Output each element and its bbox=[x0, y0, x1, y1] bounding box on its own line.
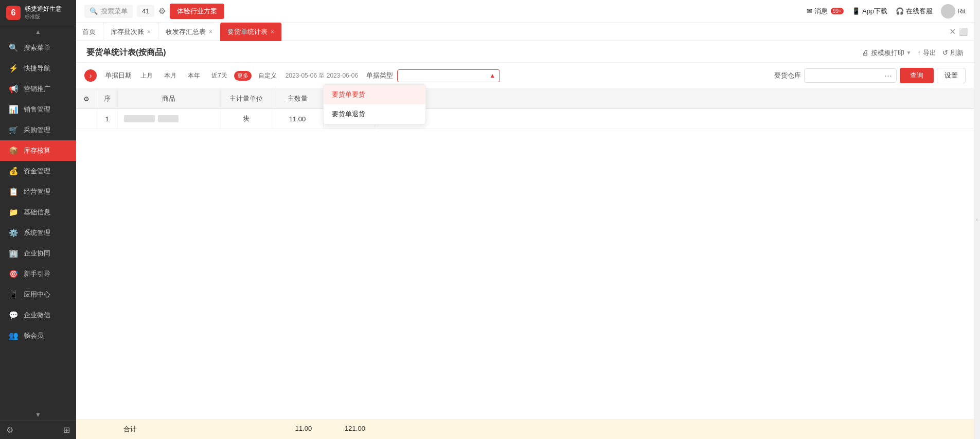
sidebar-item-system[interactable]: ⚙️ 系统管理 bbox=[0, 223, 76, 243]
warehouse-more-icon[interactable]: ··· bbox=[884, 71, 892, 80]
user-avatar bbox=[941, 4, 955, 19]
date-btn-this-month[interactable]: 本月 bbox=[159, 69, 181, 82]
sidebar-item-operation[interactable]: 📋 经营管理 bbox=[0, 181, 76, 202]
sidebar-item-base[interactable]: 📁 基础信息 bbox=[0, 202, 76, 223]
tab-batch-close[interactable]: × bbox=[147, 29, 151, 35]
search-menu[interactable]: 🔍 搜索菜单 bbox=[84, 5, 133, 18]
refresh-button[interactable]: ↺ 刷新 bbox=[942, 48, 964, 58]
date-btn-this-year[interactable]: 本年 bbox=[183, 69, 205, 82]
sidebar-scroll-down[interactable]: ▼ bbox=[0, 409, 76, 420]
tab-requisition-close[interactable]: × bbox=[271, 29, 274, 35]
app-download-button[interactable]: 📱 App下载 bbox=[852, 7, 887, 16]
sidebar-item-quicknav[interactable]: ⚡ 快捷导航 bbox=[0, 58, 76, 79]
tab-collection[interactable]: 收发存汇总表 × bbox=[158, 23, 220, 41]
dropdown-item-requisition-order[interactable]: 要货单要货 bbox=[324, 85, 425, 104]
sidebar-item-member[interactable]: 👥 畅会员 bbox=[0, 325, 76, 346]
col-quantity: 主数量 bbox=[272, 89, 323, 109]
sidebar-item-label: 经营管理 bbox=[24, 187, 50, 196]
dropdown-item-requisition-return[interactable]: 要货单退货 bbox=[324, 104, 425, 124]
sidebar-item-purchase[interactable]: 🛒 采购管理 bbox=[0, 120, 76, 140]
refresh-icon: ↺ bbox=[942, 49, 948, 57]
sidebar: 6 畅捷通好生意 标准版 ▲ 🔍 搜索菜单 ⚡ 快捷导航 📢 营销推广 📊 销售… bbox=[0, 0, 76, 439]
sidebar-item-inventory[interactable]: 📦 库存核算 bbox=[0, 140, 76, 161]
tab-home-label: 首页 bbox=[82, 27, 96, 36]
date-btn-7days[interactable]: 近7天 bbox=[207, 69, 232, 82]
col-settings[interactable]: ⚙ bbox=[76, 89, 97, 109]
topbar: 🔍 搜索菜单 41 ⚙ 体验行业方案 ✉ 消息 99+ 📱 App下载 🎧 在线… bbox=[76, 0, 974, 23]
topbar-left: 🔍 搜索菜单 41 ⚙ 体验行业方案 bbox=[84, 4, 224, 19]
date-btn-last-month[interactable]: 上月 bbox=[136, 69, 157, 82]
topbar-gear-icon[interactable]: ⚙ bbox=[158, 6, 166, 16]
sidebar-item-enterprise[interactable]: 🏢 企业协同 bbox=[0, 243, 76, 264]
sidebar-item-guide[interactable]: 🎯 新手引导 bbox=[0, 264, 76, 284]
filter-type-group: 单据类型 ▲ bbox=[366, 69, 500, 82]
online-service-label: 在线客服 bbox=[906, 7, 933, 16]
message-badge: 99+ bbox=[831, 8, 844, 14]
row-product bbox=[117, 109, 220, 129]
sidebar-item-label: 快捷导航 bbox=[24, 64, 50, 73]
col-product: 商品 bbox=[117, 89, 220, 109]
app-version: 标准版 bbox=[25, 13, 62, 21]
tab-batch[interactable]: 库存批次账 × bbox=[103, 23, 158, 41]
data-table: ⚙ 序 商品 主计量单位 主数量 零售金额 1 bbox=[76, 89, 974, 129]
sidebar-scroll-up[interactable]: ▲ bbox=[0, 26, 76, 38]
export-button[interactable]: ↑ 导出 bbox=[918, 48, 937, 58]
sidebar-logo: 6 畅捷通好生意 标准版 bbox=[0, 0, 76, 26]
sidebar-item-label: 企业协同 bbox=[24, 249, 50, 258]
print-button[interactable]: 🖨 按模板打印 ▼ bbox=[862, 48, 912, 58]
row-quantity: 11.00 bbox=[272, 109, 323, 129]
user-profile[interactable]: Rit bbox=[941, 4, 966, 19]
sidebar-item-marketing[interactable]: 📢 营销推广 bbox=[0, 79, 76, 99]
sidebar-item-label: 企业微信 bbox=[24, 310, 50, 320]
search-menu-label: 搜索菜单 bbox=[101, 7, 128, 16]
app-name: 畅捷通好生意 bbox=[25, 5, 62, 13]
settings-button[interactable]: 设置 bbox=[937, 68, 966, 83]
tab-collection-close[interactable]: × bbox=[209, 29, 212, 35]
col-empty bbox=[375, 89, 974, 109]
footer-empty2 bbox=[103, 425, 123, 434]
sidebar-item-label: 资金管理 bbox=[24, 167, 50, 176]
topbar-right: ✉ 消息 99+ 📱 App下载 🎧 在线客服 Rit bbox=[807, 4, 966, 19]
warehouse-label: 要货仓库 bbox=[774, 71, 801, 80]
right-collapse-handle[interactable]: › bbox=[974, 0, 980, 439]
footer-amount: 121.00 bbox=[329, 425, 381, 434]
tab-home[interactable]: 首页 bbox=[82, 23, 103, 41]
sidebar-item-sales[interactable]: 📊 销售管理 bbox=[0, 99, 76, 120]
settings-icon[interactable]: ⚙ bbox=[6, 425, 13, 435]
search-icon: 🔍 bbox=[8, 43, 19, 53]
sidebar-item-wechat[interactable]: 💬 企业微信 bbox=[0, 305, 76, 325]
sidebar-item-search[interactable]: 🔍 搜索菜单 bbox=[0, 38, 76, 58]
sidebar-nav: 🔍 搜索菜单 ⚡ 快捷导航 📢 营销推广 📊 销售管理 🛒 采购管理 📦 库存核… bbox=[0, 38, 76, 409]
type-select[interactable]: ▲ bbox=[397, 69, 500, 82]
sidebar-item-label: 采购管理 bbox=[24, 125, 50, 135]
sales-icon: 📊 bbox=[8, 104, 19, 115]
date-more-badge[interactable]: 更多 bbox=[234, 71, 252, 81]
tab-maximize[interactable]: ⬜ bbox=[959, 28, 968, 36]
col-no: 序 bbox=[97, 89, 117, 109]
app-download-icon: 📱 bbox=[852, 7, 860, 15]
warehouse-value bbox=[809, 72, 811, 80]
trial-button[interactable]: 体验行业方案 bbox=[170, 4, 224, 19]
collapse-icon[interactable]: ⊞ bbox=[63, 425, 70, 435]
right-handle-icon: › bbox=[976, 217, 977, 223]
page-header: 要货单统计表(按商品) 🖨 按模板打印 ▼ ↑ 导出 ↺ 刷新 bbox=[76, 41, 974, 63]
headset-icon: 🎧 bbox=[896, 7, 904, 15]
row-extra bbox=[375, 109, 974, 129]
sidebar-item-label: 营销推广 bbox=[24, 84, 50, 94]
sidebar-item-apps[interactable]: 📱 应用中心 bbox=[0, 284, 76, 305]
tab-requisition[interactable]: 要货单统计表 × bbox=[220, 23, 282, 41]
filter-expand-button[interactable]: › bbox=[84, 69, 97, 82]
warehouse-select[interactable]: ··· bbox=[804, 68, 897, 83]
sidebar-item-finance[interactable]: 💰 资金管理 bbox=[0, 161, 76, 181]
tab-close-all[interactable]: ✕ bbox=[949, 27, 956, 36]
query-button[interactable]: 查询 bbox=[900, 68, 934, 83]
date-buttons: 上月 本月 本年 近7天 更多 自定义 bbox=[136, 69, 281, 82]
online-service-button[interactable]: 🎧 在线客服 bbox=[896, 7, 933, 16]
filter-warehouse-group: 要货仓库 ··· 查询 设置 bbox=[774, 68, 966, 83]
main-content: 🔍 搜索菜单 41 ⚙ 体验行业方案 ✉ 消息 99+ 📱 App下载 🎧 在线… bbox=[76, 0, 974, 439]
purchase-icon: 🛒 bbox=[8, 125, 19, 135]
message-button[interactable]: ✉ 消息 99+ bbox=[807, 7, 844, 16]
footer-cells: 合计 11.00 121.00 bbox=[82, 425, 968, 434]
date-btn-custom[interactable]: 自定义 bbox=[254, 69, 281, 82]
marketing-icon: 📢 bbox=[8, 84, 19, 94]
